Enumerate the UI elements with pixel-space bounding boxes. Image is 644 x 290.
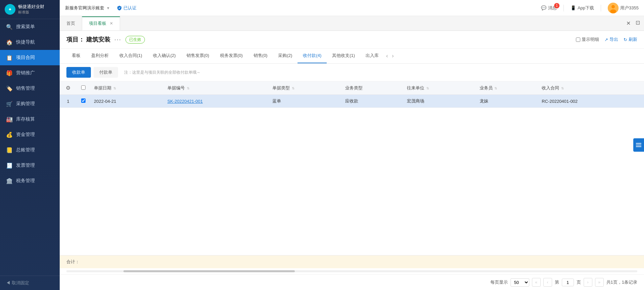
nav-tab-purchase[interactable]: 采购(2) (273, 49, 298, 63)
tab-project-board[interactable]: 项目看板 ✕ (82, 16, 120, 30)
row-biz-type: 应收款 (341, 95, 403, 108)
app-logo: ✦ (5, 4, 15, 15)
message-icon: 💬 (541, 5, 546, 10)
col-biz-type: 业务类型 (341, 81, 403, 95)
app-download-button[interactable]: 📱 App下载 (571, 5, 594, 11)
export-button[interactable]: ↗ 导出 (604, 37, 618, 43)
sidebar-item-ledger[interactable]: 📒 总账管理 (0, 142, 60, 158)
col-date[interactable]: 单据日期 ⇅ (90, 81, 163, 95)
sidebar-item-label: 发票管理 (16, 162, 35, 168)
sidebar-item-quick-nav[interactable]: 🏠 快捷导航 (0, 34, 60, 50)
user-profile-button[interactable]: 用户3355 (608, 3, 639, 13)
per-page-select[interactable]: 50 100 200 (511, 278, 529, 287)
first-page-button[interactable]: « (532, 278, 541, 287)
sidebar-item-search[interactable]: 🔍 搜索菜单 (0, 19, 60, 34)
nav-tab-tax-invoice[interactable]: 税务发票(0) (215, 49, 248, 63)
total-label: 合计： (66, 259, 79, 265)
nav-tab-sales-invoice[interactable]: 销售发票(0) (181, 49, 215, 63)
row-partner: 宏茂商场 (403, 95, 476, 108)
money-icon: 💰 (6, 131, 13, 138)
show-detail-checkbox[interactable]: 显示明细 (576, 37, 599, 43)
sidebar-item-invoice[interactable]: 🧾 发票管理 (0, 158, 60, 173)
last-page-button[interactable]: » (595, 278, 604, 287)
sidebar-unpin-button[interactable]: ◀ 取消固定 (0, 276, 60, 290)
topbar: 新服务官网演示账套 ▼ 已认证 💬 消息 1 📱 App下载 用户 (60, 0, 644, 16)
sidebar-item-label: 搜索菜单 (16, 24, 35, 30)
svg-rect-4 (636, 145, 641, 145)
sidebar-item-inventory[interactable]: 🏭 库存核算 (0, 112, 60, 127)
account-selector[interactable]: 新服务官网演示账套 ▼ (65, 5, 110, 11)
sidebar-item-fund[interactable]: 💰 资金管理 (0, 127, 60, 142)
sub-tab-payment[interactable]: 付款单 (94, 67, 118, 78)
page-number-input[interactable] (562, 279, 574, 286)
nav-tab-warehouse[interactable]: 出入库 (360, 49, 384, 63)
project-title: 项目： 建筑安装 (66, 35, 110, 44)
pagination: 每页显示 50 100 200 « ‹ 第 页 › » 共1页，1条记录 (60, 274, 644, 290)
col-number[interactable]: 单据编号 ⇅ (163, 81, 268, 95)
account-name: 新服务官网演示账套 (65, 5, 104, 11)
col-income-contract[interactable]: 收入合同 ⇅ (538, 81, 644, 95)
row-number-link[interactable]: SK-20220421-001 (167, 99, 203, 104)
refresh-button[interactable]: ↻ 刷新 (624, 37, 637, 43)
project-more-button[interactable]: ··· (114, 36, 121, 43)
avatar (608, 3, 619, 13)
show-detail-input[interactable] (576, 38, 580, 42)
col-type-label: 单据类型 (272, 85, 290, 90)
sidebar-item-tax[interactable]: 🏛️ 税务管理 (0, 173, 60, 189)
book-icon: 📒 (6, 147, 13, 153)
table-header-row: ⚙ 单据日期 ⇅ 单据编号 ⇅ 单据类型 ⇅ (60, 81, 644, 95)
gift-icon: 🎁 (6, 70, 13, 76)
col-gear[interactable]: ⚙ (60, 81, 76, 95)
export-label: 导出 (609, 37, 618, 43)
close-all-icon[interactable]: ✕ (626, 20, 631, 26)
sidebar-header: ✦ 畅捷通好业财 标准版 (0, 0, 60, 19)
row-number[interactable]: SK-20220421-001 (163, 95, 268, 108)
next-page-button[interactable]: › (584, 278, 592, 287)
sub-tab-receipt[interactable]: 收款单 (66, 67, 91, 78)
page-content: 项目： 建筑安装 ··· 已生效 显示明细 ↗ 导出 ↻ 刷新 (60, 31, 644, 290)
sidebar-item-sales[interactable]: 🏷️ 销售管理 (0, 81, 60, 96)
col-salesperson[interactable]: 业务员 ⇅ (476, 81, 538, 95)
project-actions: 显示明细 ↗ 导出 ↻ 刷新 (576, 37, 637, 43)
nav-tab-profit[interactable]: 盈利分析 (86, 49, 114, 63)
clipboard-icon: 📋 (6, 54, 13, 61)
nav-prev-arrow[interactable]: ‹ (384, 50, 390, 62)
expand-icon[interactable]: ⊡ (636, 19, 640, 26)
sidebar-item-marketing[interactable]: 🎁 营销推广 (0, 65, 60, 81)
nav-tab-sales[interactable]: 销售(0) (248, 49, 273, 63)
svg-rect-3 (636, 143, 641, 144)
float-action-button[interactable] (633, 138, 644, 152)
settings-icon[interactable]: ⚙ (66, 85, 70, 91)
bank-icon: 🏛️ (6, 177, 13, 184)
select-all-checkbox[interactable] (81, 85, 86, 90)
avatar-image (608, 3, 619, 13)
nav-tab-other-income[interactable]: 其他收支(1) (327, 49, 360, 63)
col-checkbox (76, 81, 90, 95)
per-page-label: 每页显示 (490, 279, 508, 285)
scroll-thumb[interactable] (123, 270, 295, 272)
col-type[interactable]: 单据类型 ⇅ (268, 81, 341, 95)
prev-page-button[interactable]: ‹ (543, 278, 552, 287)
nav-tab-kanban[interactable]: 看板 (66, 49, 86, 63)
tag-icon: 🏷️ (6, 85, 13, 92)
col-date-label: 单据日期 (94, 85, 111, 90)
tab-home[interactable]: 首页 (60, 17, 82, 30)
nav-next-arrow[interactable]: › (390, 50, 395, 62)
total-pages-info: 共1页，1条记录 (606, 279, 637, 285)
messages-button[interactable]: 💬 消息 1 (541, 5, 557, 11)
sub-tabs: 收款单 付款单 注：这里是与项目关联的全部收付款单哦～ (60, 64, 644, 81)
sidebar-item-purchase[interactable]: 🛒 采购管理 (0, 96, 60, 112)
nav-tab-income-contract[interactable]: 收入合同(1) (114, 49, 148, 63)
sidebar-nav: 🔍 搜索菜单 🏠 快捷导航 📋 项目合同 🎁 营销推广 🏷️ 销售管理 🛒 采购… (0, 19, 60, 276)
sidebar-item-project-contract[interactable]: 📋 项目合同 (0, 50, 60, 65)
scroll-bar-area (60, 268, 644, 274)
nav-tab-receipts[interactable]: 收付款(4) (298, 49, 327, 63)
user-label: 用户3355 (620, 5, 639, 11)
sidebar-item-label: 税务管理 (16, 178, 35, 184)
col-number-label: 单据编号 (167, 85, 185, 90)
tab-close-icon[interactable]: ✕ (110, 21, 113, 26)
row-checkbox[interactable] (81, 98, 86, 103)
col-partner[interactable]: 往来单位 ⇅ (403, 81, 476, 95)
nav-tab-income-confirm[interactable]: 收入确认(2) (148, 49, 181, 63)
float-action-icon (635, 142, 642, 148)
